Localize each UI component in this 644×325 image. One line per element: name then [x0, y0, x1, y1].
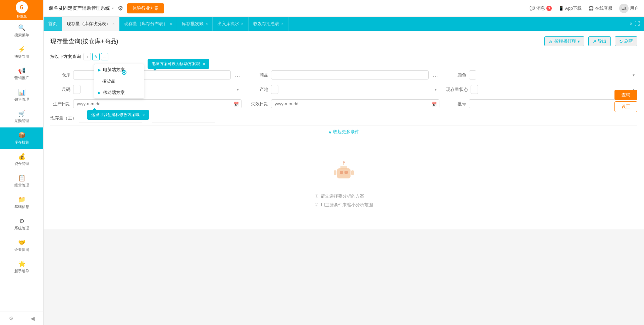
mfg-date-input[interactable] — [73, 99, 241, 108]
sidebar-label-sales: 销售管理 — [14, 97, 29, 102]
logo-text: 标准版 — [17, 14, 27, 19]
page-header: 现存量查询(按仓库+商品) 🖨 按模板打印 ▾ ↗ 导出 ↻ — [44, 31, 644, 50]
scheme-item-pc-sub[interactable]: 按货品 — [94, 75, 144, 87]
base-icon: 📁 — [18, 196, 25, 203]
export-button[interactable]: ↗ 导出 — [588, 36, 611, 46]
sidebar-item-finance[interactable]: 💰 资金管理 — [0, 149, 43, 170]
marketing-icon: 📢 — [18, 67, 25, 74]
sidebar-settings-btn[interactable]: ⚙ — [9, 315, 13, 322]
batch-input[interactable] — [469, 99, 637, 108]
sidebar-collapse-btn[interactable]: ◀ — [31, 315, 35, 322]
tab-inout-close[interactable]: × — [241, 22, 243, 26]
main-content: 装备及固定资产辅助管理系统 ▾ ⚙ 体验行业方案 💬 消息 9 📱 App下载 … — [44, 0, 644, 325]
sidebar-logo: 6 标准版 — [0, 0, 43, 20]
sidebar-item-base[interactable]: 📁 基础信息 — [0, 192, 43, 213]
color-select-wrap — [469, 70, 637, 79]
tab-home[interactable]: 首页 — [44, 17, 62, 31]
quick-icon: ⚡ — [18, 46, 25, 53]
goods-input[interactable] — [271, 70, 429, 79]
tab-batch-close[interactable]: × — [206, 22, 208, 26]
chevron-right-icon-2: ▶ — [98, 91, 101, 95]
sidebar-item-collab[interactable]: 🤝 企业协同 — [0, 235, 43, 256]
tab-fullscreen-icon[interactable]: ⛶ — [635, 21, 640, 27]
set-button[interactable]: 设置 — [614, 101, 637, 112]
tab-batch[interactable]: 库存批次账 × — [177, 17, 213, 31]
online-service-button[interactable]: 🎧 在线客服 — [588, 5, 612, 11]
back-scheme-button[interactable]: ← — [101, 53, 108, 60]
tab-inventory-dist[interactable]: 现存量（库存分布表） × — [119, 17, 177, 31]
app-download-button[interactable]: 📱 App下载 — [558, 5, 582, 11]
tab-inout[interactable]: 出入库流水 × — [213, 17, 248, 31]
sidebar-label-search: 搜索菜单 — [14, 33, 29, 38]
origin-select[interactable] — [271, 85, 278, 94]
exp-date-calendar-icon[interactable]: 📅 — [431, 101, 437, 106]
settings-icon[interactable]: ⚙ — [118, 5, 123, 12]
svg-rect-4 — [351, 170, 354, 175]
stock-main-max-input[interactable] — [152, 114, 215, 122]
tab-collect[interactable]: 收发存汇总表 × — [249, 17, 288, 31]
service-icon: 🎧 — [588, 6, 594, 11]
industry-solution-button[interactable]: 体验行业方案 — [127, 3, 164, 13]
template-print-button[interactable]: 🖨 按模板打印 ▾ — [544, 36, 584, 46]
edit-tooltip: 这里可以创建和修改方案哦 × — [87, 110, 149, 120]
sidebar-item-sales[interactable]: 📊 销售管理 — [0, 85, 43, 106]
collapse-up-icon: ∧ — [328, 129, 332, 134]
collab-icon: 🤝 — [18, 239, 25, 246]
topbar: 装备及固定资产辅助管理系统 ▾ ⚙ 体验行业方案 💬 消息 9 📱 App下载 … — [44, 0, 644, 17]
exp-date-input-wrap: 📅 — [271, 99, 439, 108]
sidebar-item-operations[interactable]: 📋 经营管理 — [0, 170, 43, 192]
sidebar: 6 标准版 🔍 搜索菜单 ⚡ 快捷导航 📢 营销推广 📊 销售管理 — [0, 0, 44, 325]
add-icon: + — [86, 54, 89, 59]
exp-date-input[interactable] — [271, 99, 439, 108]
message-button[interactable]: 💬 消息 9 — [530, 5, 552, 11]
svg-rect-1 — [340, 171, 343, 174]
search-button[interactable]: 查询 — [614, 90, 637, 100]
sidebar-label-guide: 新手引导 — [14, 269, 29, 274]
operations-icon: 📋 — [18, 174, 25, 182]
tab-inventory-status-label: 现存量（库存状况表） — [67, 21, 110, 27]
origin-label: 产地 — [248, 87, 268, 93]
refresh-button[interactable]: ↻ 刷新 — [615, 36, 637, 46]
sidebar-item-search[interactable]: 🔍 搜索菜单 — [0, 20, 43, 42]
chevron-down-icon: ▾ — [578, 39, 580, 44]
scheme-list: ▶ 电脑端方案 按货品 ▶ 移动端方案 — [94, 64, 144, 99]
search-buttons: 查询 设置 — [614, 90, 637, 112]
mfg-date-label: 生产日期 — [50, 101, 70, 107]
stock-status-select[interactable] — [471, 85, 478, 94]
svg-rect-3 — [334, 170, 336, 175]
sidebar-label-system: 系统管理 — [14, 226, 29, 231]
exp-date-label: 失效日期 — [248, 101, 268, 107]
message-badge: 9 — [546, 6, 552, 11]
sidebar-label-marketing: 营销推广 — [14, 75, 29, 80]
scheme-item-pc[interactable]: ▶ 电脑端方案 — [94, 64, 144, 75]
empty-state: ① 请先选择要分析的方案 ② 用过滤条件来缩小分析范围 — [44, 138, 644, 229]
tab-inventory-dist-close[interactable]: × — [170, 22, 172, 26]
tooltip-scheme-close[interactable]: × — [203, 61, 205, 67]
sidebar-label-collab: 企业协同 — [14, 247, 29, 252]
tab-inventory-status-close[interactable]: × — [112, 22, 114, 26]
tab-batch-label: 库存批次账 — [182, 21, 204, 27]
add-scheme-button[interactable]: + — [84, 53, 91, 60]
user-avatar[interactable]: Ea 用户 — [619, 4, 639, 13]
tab-end-buttons: × ⛶ — [624, 21, 644, 27]
scheme-item-mobile[interactable]: ▶ 移动端方案 — [94, 87, 144, 98]
topbar-left: 装备及固定资产辅助管理系统 ▾ ⚙ 体验行业方案 — [49, 3, 164, 13]
sidebar-item-system[interactable]: ⚙ 系统管理 — [0, 213, 43, 235]
size-select[interactable] — [73, 85, 80, 94]
edit-scheme-button[interactable]: ✎ — [92, 53, 100, 60]
mfg-date-calendar-icon[interactable]: 📅 — [233, 101, 239, 106]
color-select[interactable] — [469, 70, 476, 79]
goods-dots-icon[interactable]: … — [431, 72, 439, 78]
collapse-bar[interactable]: ∧ 收起更多条件 — [50, 125, 637, 138]
tooltip-edit-close[interactable]: × — [142, 112, 145, 118]
sidebar-item-quick[interactable]: ⚡ 快捷导航 — [0, 42, 43, 63]
tab-collect-close[interactable]: × — [281, 22, 283, 26]
empty-hints: ① 请先选择要分析的方案 ② 用过滤条件来缩小分析范围 — [315, 192, 373, 209]
sidebar-item-marketing[interactable]: 📢 营销推广 — [0, 63, 43, 85]
sidebar-item-guide[interactable]: 🌟 新手引导 — [0, 256, 43, 278]
tab-close-all-icon[interactable]: × — [630, 21, 633, 27]
sidebar-item-purchase[interactable]: 🛒 采购管理 — [0, 106, 43, 127]
tab-inventory-status[interactable]: 现存量（库存状况表） × — [62, 17, 119, 31]
sidebar-item-inventory[interactable]: 📦 库存核算 — [0, 127, 43, 149]
warehouse-dots-icon[interactable]: … — [233, 72, 241, 78]
